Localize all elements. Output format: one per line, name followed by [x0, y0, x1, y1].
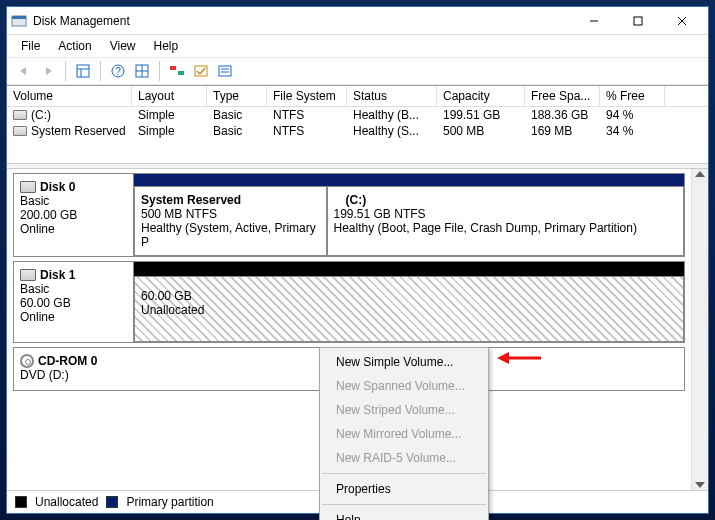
disk-info[interactable]: Disk 0 Basic 200.00 GB Online	[14, 174, 134, 256]
toolbar-check-icon[interactable]	[190, 60, 212, 82]
maximize-button[interactable]	[616, 7, 660, 35]
legend-swatch-primary	[106, 496, 118, 508]
disk-type: Basic	[20, 282, 127, 296]
titlebar: Disk Management	[7, 7, 708, 35]
col-volume[interactable]: Volume	[7, 86, 132, 106]
vertical-scrollbar[interactable]	[691, 169, 708, 490]
disk-row: Disk 1 Basic 60.00 GB Online 60.00 GB Un…	[13, 261, 685, 343]
menubar: File Action View Help	[7, 35, 708, 57]
annotation-arrow	[497, 351, 541, 365]
partition-system-reserved[interactable]: System Reserved 500 MB NTFS Healthy (Sys…	[134, 186, 327, 256]
partition-status: Healthy (Boot, Page File, Crash Dump, Pr…	[334, 221, 678, 235]
menu-action[interactable]: Action	[50, 37, 99, 55]
volume-name: (C:)	[31, 108, 51, 122]
col-type[interactable]: Type	[207, 86, 267, 106]
col-filesystem[interactable]: File System	[267, 86, 347, 106]
ctx-new-spanned-volume: New Spanned Volume...	[320, 374, 488, 398]
disk-icon	[20, 181, 36, 193]
toolbar-list-icon[interactable]	[214, 60, 236, 82]
volume-fs: NTFS	[267, 123, 347, 139]
window-title: Disk Management	[33, 14, 572, 28]
toolbar-flags-icon[interactable]	[166, 60, 188, 82]
disk-size: 200.00 GB	[20, 208, 127, 222]
svg-rect-6	[77, 65, 89, 77]
volume-capacity: 199.51 GB	[437, 107, 525, 123]
volume-free: 188.36 GB	[525, 107, 600, 123]
toolbar-view-icon[interactable]	[72, 60, 94, 82]
partition-unallocated[interactable]: 60.00 GB Unallocated	[134, 276, 684, 342]
partition-size: 199.51 GB NTFS	[334, 207, 678, 221]
volume-pct: 94 %	[600, 107, 665, 123]
col-freespace[interactable]: Free Spa...	[525, 86, 600, 106]
volume-row[interactable]: (C:) Simple Basic NTFS Healthy (B... 199…	[7, 107, 708, 123]
minimize-button[interactable]	[572, 7, 616, 35]
volume-list: Volume Layout Type File System Status Ca…	[7, 85, 708, 163]
col-layout[interactable]: Layout	[132, 86, 207, 106]
cdrom-icon	[20, 354, 34, 368]
volume-free: 169 MB	[525, 123, 600, 139]
svg-rect-16	[195, 66, 207, 76]
partition-color-bar	[134, 262, 684, 276]
menu-help[interactable]: Help	[146, 37, 187, 55]
partition-status: Unallocated	[141, 303, 677, 317]
menu-file[interactable]: File	[13, 37, 48, 55]
ctx-new-simple-volume[interactable]: New Simple Volume...	[320, 350, 488, 374]
svg-rect-14	[170, 66, 176, 70]
col-pctfree[interactable]: % Free	[600, 86, 665, 106]
legend-swatch-unallocated	[15, 496, 27, 508]
volume-type: Basic	[207, 123, 267, 139]
col-status[interactable]: Status	[347, 86, 437, 106]
disk-info[interactable]: Disk 1 Basic 60.00 GB Online	[14, 262, 134, 342]
disk-icon	[20, 269, 36, 281]
legend-unallocated: Unallocated	[35, 495, 98, 509]
volume-layout: Simple	[132, 107, 207, 123]
toolbar-separator	[100, 61, 101, 81]
partition-size: 60.00 GB	[141, 289, 677, 303]
volume-row[interactable]: System Reserved Simple Basic NTFS Health…	[7, 123, 708, 139]
volume-icon	[13, 110, 27, 120]
disk-size: 60.00 GB	[20, 296, 127, 310]
volume-name: System Reserved	[31, 124, 126, 138]
volume-layout: Simple	[132, 123, 207, 139]
context-divider	[322, 504, 486, 505]
ctx-properties[interactable]: Properties	[320, 477, 488, 501]
volume-status: Healthy (S...	[347, 123, 437, 139]
volume-status: Healthy (B...	[347, 107, 437, 123]
help-icon[interactable]: ?	[107, 60, 129, 82]
back-button[interactable]	[13, 60, 35, 82]
context-divider	[322, 473, 486, 474]
ctx-new-mirrored-volume: New Mirrored Volume...	[320, 422, 488, 446]
app-icon	[11, 13, 27, 29]
partition-color-bar	[134, 174, 684, 186]
partition-size: 500 MB NTFS	[141, 207, 320, 221]
disk-row: Disk 0 Basic 200.00 GB Online System Res…	[13, 173, 685, 257]
volume-icon	[13, 126, 27, 136]
forward-button[interactable]	[37, 60, 59, 82]
disk-state: Online	[20, 222, 127, 236]
toolbar-separator	[159, 61, 160, 81]
ctx-new-striped-volume: New Striped Volume...	[320, 398, 488, 422]
volume-pct: 34 %	[600, 123, 665, 139]
toolbar-grid-icon[interactable]	[131, 60, 153, 82]
close-button[interactable]	[660, 7, 704, 35]
partition-c[interactable]: (C:) 199.51 GB NTFS Healthy (Boot, Page …	[327, 186, 685, 256]
toolbar: ?	[7, 57, 708, 85]
ctx-new-raid5-volume: New RAID-5 Volume...	[320, 446, 488, 470]
cdrom-sub: DVD (D:)	[20, 368, 128, 382]
disk-type: Basic	[20, 194, 127, 208]
col-capacity[interactable]: Capacity	[437, 86, 525, 106]
disk-info[interactable]: CD-ROM 0 DVD (D:)	[14, 348, 134, 390]
legend-primary: Primary partition	[126, 495, 213, 509]
svg-rect-15	[178, 71, 184, 75]
svg-rect-1	[12, 16, 26, 19]
disk-state: Online	[20, 310, 127, 324]
disk-management-window: Disk Management File Action View Help ? …	[6, 6, 709, 514]
volume-fs: NTFS	[267, 107, 347, 123]
svg-rect-17	[219, 66, 231, 76]
menu-view[interactable]: View	[102, 37, 144, 55]
ctx-help[interactable]: Help	[320, 508, 488, 520]
svg-text:?: ?	[115, 66, 121, 77]
column-headers: Volume Layout Type File System Status Ca…	[7, 86, 708, 107]
toolbar-separator	[65, 61, 66, 81]
svg-rect-3	[634, 17, 642, 25]
